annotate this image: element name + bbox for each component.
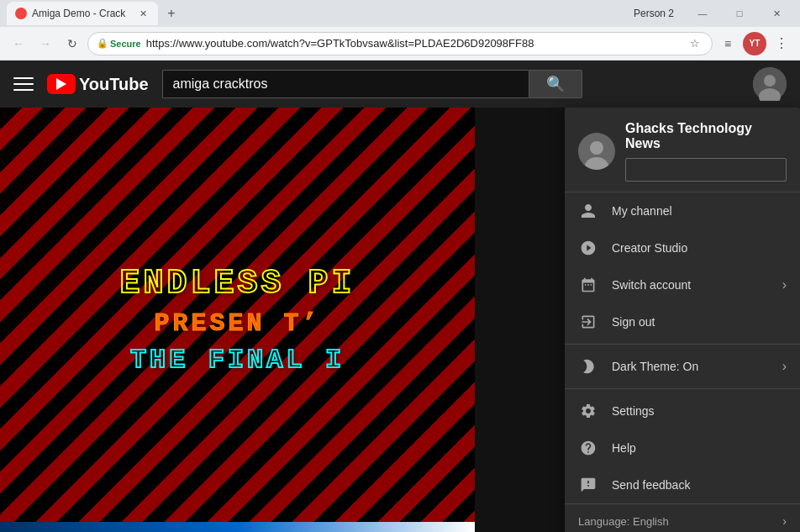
reload-button[interactable]: ↻ [61, 32, 84, 55]
sign-out-icon [578, 312, 598, 332]
sign-out-label: Sign out [612, 315, 787, 329]
youtube-logo-text: YouTube [79, 75, 149, 94]
extensions-button[interactable]: ≡ [716, 32, 739, 55]
titlebar: Amiga Demo - Crack ✕ + Person 2 — □ ✕ [0, 0, 800, 27]
dropdown-avatar [578, 133, 615, 170]
dropdown-username: Ghacks Technology News [625, 121, 787, 151]
video-overlay: ENDLESS PI PRESEN T’ THE FINAL I [0, 108, 475, 532]
switch-account-arrow: › [782, 277, 787, 292]
dark-theme-item[interactable]: Dark Theme: On › [565, 348, 800, 385]
person-icon [578, 201, 598, 221]
bookmark-icon[interactable]: ☆ [687, 35, 703, 52]
maximize-button[interactable]: □ [723, 2, 756, 25]
help-item[interactable]: Help [565, 429, 800, 466]
main-content: ENDLESS PI PRESEN T’ THE FINAL I [0, 108, 800, 532]
youtube-header: YouTube 🔍 [0, 61, 800, 108]
sign-out-item[interactable]: Sign out [565, 303, 800, 340]
help-icon [578, 438, 598, 458]
video-text-line1: ENDLESS PI [119, 265, 355, 303]
chrome-menu-button[interactable]: ⋮ [770, 32, 793, 55]
header-right [753, 67, 787, 101]
youtube-logo-icon [47, 74, 76, 94]
dropdown-search-bar[interactable] [625, 158, 787, 182]
minimize-button[interactable]: — [686, 2, 719, 25]
url-icons: ☆ [687, 35, 703, 52]
settings-label: Settings [612, 404, 787, 418]
svg-point-4 [590, 141, 603, 155]
addressbar: ← → ↻ 🔒 Secure https://www.youtube.com/w… [0, 27, 800, 61]
youtube-search: 🔍 [162, 70, 582, 98]
switch-account-icon [578, 275, 598, 295]
help-label: Help [612, 441, 787, 455]
svg-point-1 [764, 75, 776, 87]
settings-icon [578, 401, 598, 421]
video-text-line2: PRESEN T’ [154, 309, 320, 338]
dropdown-overlay: Ghacks Technology News My channel Creato… [475, 108, 800, 532]
dark-theme-arrow: › [782, 359, 787, 374]
dark-theme-icon [578, 356, 598, 377]
dark-theme-label: Dark Theme: On [612, 360, 769, 373]
settings-item[interactable]: Settings [565, 392, 800, 429]
video-thumbnail: ENDLESS PI PRESEN T’ THE FINAL I [0, 108, 475, 532]
user-avatar[interactable] [753, 67, 787, 101]
send-feedback-item[interactable]: Send feedback [565, 466, 800, 503]
divider-1 [565, 344, 800, 345]
creator-studio-item[interactable]: Creator Studio [565, 229, 800, 266]
creator-studio-icon [578, 238, 598, 258]
language-item[interactable]: Language: English › [565, 504, 800, 532]
close-button[interactable]: ✕ [760, 2, 793, 25]
switch-account-label: Switch account [612, 278, 769, 292]
video-text-line3: THE FINAL I [130, 345, 345, 376]
hamburger-menu[interactable] [13, 77, 34, 91]
tab-area: Amiga Demo - Crack ✕ + [7, 2, 629, 25]
language-label: Language: English [578, 515, 779, 528]
back-button[interactable]: ← [7, 32, 30, 55]
window-controls: — □ ✕ [686, 2, 793, 25]
tab-favicon [15, 8, 27, 19]
search-button[interactable]: 🔍 [529, 70, 582, 98]
tab-close-button[interactable]: ✕ [136, 7, 150, 20]
new-tab-button[interactable]: + [161, 3, 182, 24]
secure-badge: 🔒 Secure [97, 38, 141, 49]
user-dropdown-menu: Ghacks Technology News My channel Creato… [565, 108, 800, 532]
url-text: https://www.youtube.com/watch?v=GPTkTobv… [146, 37, 682, 50]
youtube-logo[interactable]: YouTube [47, 74, 149, 94]
url-bar[interactable]: 🔒 Secure https://www.youtube.com/watch?v… [87, 32, 713, 55]
forward-button[interactable]: → [34, 32, 57, 55]
tab-title: Amiga Demo - Crack [32, 8, 125, 19]
browser-tab[interactable]: Amiga Demo - Crack ✕ [7, 2, 158, 25]
my-channel-label: My channel [612, 204, 787, 218]
divider-2 [565, 388, 800, 389]
dropdown-header: Ghacks Technology News [565, 108, 800, 192]
my-channel-item[interactable]: My channel [565, 192, 800, 229]
video-bottom-bar [0, 522, 475, 532]
person-label: Person 2 [634, 8, 674, 19]
switch-account-item[interactable]: Switch account › [565, 266, 800, 303]
creator-studio-label: Creator Studio [612, 241, 787, 255]
extension-icon[interactable]: YT [743, 32, 766, 55]
send-feedback-label: Send feedback [612, 478, 787, 492]
search-input[interactable] [162, 70, 529, 98]
dropdown-footer: Language: English › Content location: Un… [565, 503, 800, 532]
feedback-icon [578, 475, 598, 495]
video-area: ENDLESS PI PRESEN T’ THE FINAL I [0, 108, 475, 532]
language-arrow: › [782, 514, 787, 528]
